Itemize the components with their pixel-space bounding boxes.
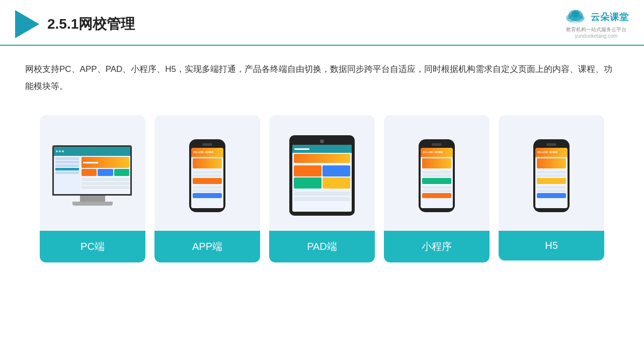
svg-point-4 — [572, 11, 580, 17]
card-app-image: 职达人的第一堂判断课 — [154, 115, 260, 231]
pc-monitor — [52, 145, 133, 206]
card-miniprogram-label: 小程序 — [384, 231, 490, 262]
cards-container: PC端 职达人的第一堂判断课 — [0, 105, 644, 278]
phone-screen-h5: 职达人的第一堂判断课 — [535, 148, 568, 208]
play-icon — [15, 10, 39, 38]
phone-mockup-app: 职达人的第一堂判断课 — [189, 139, 225, 212]
phone-camera — [202, 143, 212, 146]
description-text: 网校支持PC、APP、PAD、小程序、H5，实现多端打通，产品各终端自由切换，数… — [0, 46, 644, 105]
card-h5-label: H5 — [499, 231, 604, 260]
phone-camera-h5 — [546, 143, 556, 146]
header-left: 2.5.1网校管理 — [15, 10, 135, 38]
card-h5: 职达人的第一堂判断课 H5 — [499, 115, 604, 262]
card-app: 职达人的第一堂判断课 APP端 — [154, 115, 260, 262]
card-app-label: APP端 — [154, 231, 260, 262]
card-h5-image: 职达人的第一堂判断课 — [499, 115, 604, 231]
card-miniprogram-image: 职达人的第一堂判断课 — [384, 115, 490, 231]
phone-screen: 职达人的第一堂判断课 — [191, 148, 223, 208]
tablet-mockup — [289, 135, 355, 216]
logo-cloud: 云朵课堂 — [564, 9, 629, 25]
logo-text: 云朵课堂 — [591, 11, 629, 23]
card-miniprogram: 职达人的第一堂判断课 小程序 — [384, 115, 490, 262]
phone-mockup-h5: 职达人的第一堂判断课 — [533, 139, 570, 212]
logo-tagline: 教育机构一站式服务云平台 — [566, 26, 626, 33]
cloud-icon — [564, 9, 588, 25]
page-title: 2.5.1网校管理 — [47, 15, 135, 34]
phone-mockup-mini: 职达人的第一堂判断课 — [419, 139, 455, 212]
logo-area: 云朵课堂 教育机构一站式服务云平台 yunduoketang.com — [564, 9, 629, 39]
card-pc: PC端 — [40, 115, 145, 262]
phone-camera-mini — [432, 143, 442, 146]
card-pad-label: PAD端 — [269, 231, 375, 262]
monitor-screen — [52, 145, 132, 196]
tablet-camera — [320, 139, 324, 143]
card-pc-label: PC端 — [40, 231, 145, 262]
card-pad-image — [269, 115, 375, 231]
phone-screen-mini: 职达人的第一堂判断课 — [421, 148, 453, 208]
header: 2.5.1网校管理 云朵课堂 教育机构一站式服务云平台 yunduoketang… — [0, 0, 644, 46]
card-pc-image — [40, 115, 145, 231]
card-pad: PAD端 — [269, 115, 375, 262]
tablet-screen — [292, 145, 352, 212]
logo-url: yunduoketang.com — [575, 33, 618, 39]
